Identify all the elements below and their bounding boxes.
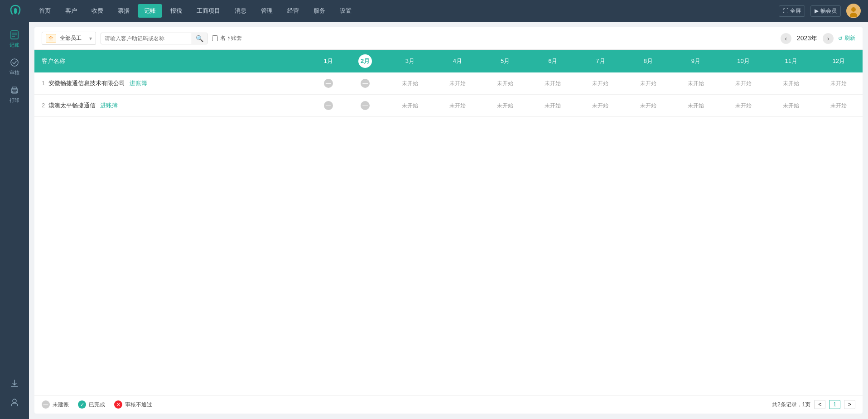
status-not-started: 未开始	[640, 102, 656, 109]
nav-manage[interactable]: 管理	[255, 4, 279, 18]
nav-biz[interactable]: 工商项目	[190, 4, 227, 18]
nav-customer[interactable]: 客户	[59, 4, 83, 18]
nav-settings[interactable]: 设置	[333, 4, 358, 18]
enter-ledger-link[interactable]: 进账簿	[130, 80, 147, 87]
member-button[interactable]: ▶ 畅会员	[810, 5, 841, 17]
chevron-down-icon: ▾	[89, 35, 92, 42]
member-label: 畅会员	[820, 7, 837, 15]
nav-home[interactable]: 首页	[33, 4, 57, 18]
table-cell-month-12: 未开始	[815, 95, 863, 117]
svg-point-2	[851, 7, 856, 12]
status-not-started: 未开始	[545, 80, 561, 87]
audit-icon	[10, 58, 19, 67]
col-header-oct: 10月	[719, 50, 767, 72]
data-table-wrap[interactable]: 客户名称 1月 2月 3月 4月 5月 6月 7月 8月 9月 10月 11月	[34, 50, 863, 395]
search-button[interactable]: 🔍	[192, 33, 207, 44]
account-checkbox[interactable]	[212, 35, 218, 41]
next-year-button[interactable]: ›	[823, 33, 834, 44]
refresh-label: 刷新	[844, 34, 855, 42]
status-dash-icon	[324, 79, 333, 88]
sidebar: 记账 审核 打印	[0, 22, 29, 419]
prev-page-button[interactable]: <	[814, 400, 825, 409]
nav-charge[interactable]: 收费	[85, 4, 110, 18]
legend-dot-red: ✕	[114, 400, 122, 409]
table-cell-month-7: 未开始	[577, 72, 624, 95]
status-dash-icon	[361, 79, 370, 88]
download-icon	[10, 378, 19, 388]
nav-message[interactable]: 消息	[228, 4, 253, 18]
status-not-started: 未开始	[592, 80, 608, 87]
enter-ledger-link[interactable]: 进账簿	[100, 102, 118, 109]
fullscreen-button[interactable]: ⛶ 全屏	[779, 5, 805, 17]
nav-invoice[interactable]: 票据	[111, 4, 136, 18]
table-cell-month-7: 未开始	[577, 95, 624, 117]
col-header-name: 客户名称	[34, 50, 313, 72]
prev-year-button[interactable]: ‹	[781, 33, 791, 44]
col-header-jun: 6月	[529, 50, 577, 72]
table-header-row: 客户名称 1月 2月 3月 4月 5月 6月 7月 8月 9月 10月 11月	[34, 50, 863, 72]
sidebar-item-user[interactable]	[10, 393, 19, 412]
svg-point-13	[13, 399, 16, 403]
status-dash-icon	[361, 101, 370, 110]
col-header-feb: 2月	[344, 50, 386, 72]
user-icon	[10, 397, 19, 407]
status-not-started: 未开始	[449, 102, 466, 109]
sidebar-item-audit[interactable]: 审核	[0, 53, 29, 81]
user-avatar[interactable]	[846, 4, 861, 18]
search-input[interactable]	[101, 34, 192, 43]
nav-tax[interactable]: 报税	[164, 4, 188, 18]
sidebar-bottom	[10, 374, 19, 419]
employee-select[interactable]: 全 全部员工 ▾	[42, 32, 96, 45]
row-number: 2	[42, 102, 45, 109]
status-not-started: 未开始	[402, 80, 418, 87]
table-cell-month-4: 未开始	[434, 72, 481, 95]
account-checkbox-wrap[interactable]: 名下账套	[212, 34, 242, 42]
status-not-started: 未开始	[735, 102, 752, 109]
app-logo	[7, 3, 24, 19]
sidebar-item-download[interactable]	[10, 374, 19, 393]
year-navigation: ‹ 2023年 ›	[781, 33, 834, 44]
col-header-jul: 7月	[577, 50, 624, 72]
table-cell-month-9: 未开始	[672, 72, 719, 95]
next-page-button[interactable]: >	[844, 400, 855, 409]
data-table: 客户名称 1月 2月 3月 4月 5月 6月 7月 8月 9月 10月 11月	[34, 50, 863, 117]
status-not-started: 未开始	[545, 102, 561, 109]
search-icon: 🔍	[196, 35, 203, 42]
table-cell-month-5: 未开始	[482, 72, 529, 95]
status-not-started: 未开始	[592, 102, 608, 109]
table-cell-month-10: 未开始	[719, 95, 767, 117]
status-not-started: 未开始	[688, 102, 704, 109]
status-not-started: 未开始	[688, 80, 704, 87]
fullscreen-label: 全屏	[790, 7, 801, 15]
table-row: 2漠澳太平畅捷通信进账簿未开始未开始未开始未开始未开始未开始未开始未开始未开始未…	[34, 95, 863, 117]
legend-not-built: — 未建账	[42, 400, 69, 409]
sidebar-item-print[interactable]: 打印	[0, 81, 29, 108]
svg-point-0	[14, 8, 17, 11]
toolbar: 全 全部员工 ▾ 🔍 名下账套 ‹ 2023年 › ↺ 刷新	[34, 27, 863, 50]
employee-tag-badge: 全	[46, 34, 56, 43]
play-icon: ▶	[815, 8, 819, 14]
nav-service[interactable]: 服务	[307, 4, 332, 18]
legend-rejected-label: 审核不通过	[125, 401, 152, 409]
col-header-dec: 12月	[815, 50, 863, 72]
sidebar-item-ledger[interactable]: 记账	[0, 25, 29, 53]
refresh-button[interactable]: ↺ 刷新	[838, 34, 855, 42]
legend-dot-teal: ✓	[78, 400, 86, 409]
sidebar-print-label: 打印	[10, 97, 19, 104]
table-cell-month-8: 未开始	[624, 95, 672, 117]
col-header-apr: 4月	[434, 50, 481, 72]
legend-not-built-label: 未建账	[53, 401, 69, 409]
company-name: 安徽畅捷通信息技术有限公司	[48, 80, 125, 87]
nav-ledger[interactable]: 记账	[138, 4, 162, 18]
table-cell-month-11: 未开始	[767, 95, 815, 117]
table-cell-month-3: 未开始	[386, 95, 434, 117]
row-number: 1	[42, 80, 45, 87]
table-cell-month-2	[344, 72, 386, 95]
pagination-total: 共2条记录，1页	[772, 401, 810, 409]
current-page[interactable]: 1	[829, 400, 840, 409]
active-month-indicator: 2月	[358, 54, 372, 68]
top-navigation: 首页 客户 收费 票据 记账 报税 工商项目 消息 管理 经营 服务 设置 ⛶ …	[0, 0, 868, 22]
nav-operation[interactable]: 经营	[281, 4, 305, 18]
legend-rejected: ✕ 审核不通过	[114, 400, 152, 409]
status-not-started: 未开始	[640, 80, 656, 87]
